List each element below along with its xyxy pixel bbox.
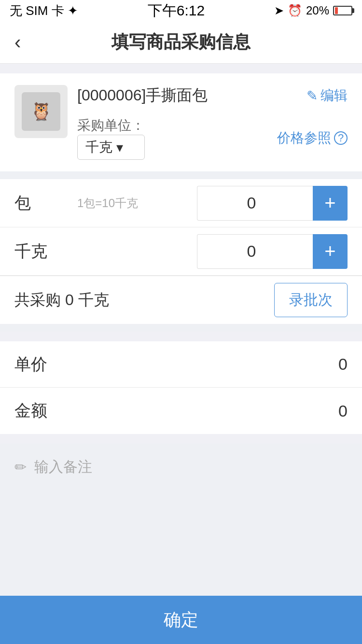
price-section: 单价 0 金额 0 xyxy=(0,341,362,434)
bag-label: 包 xyxy=(14,192,72,214)
unit-label: 采购单位： xyxy=(77,118,145,133)
nav-bar: ‹ 填写商品采购信息 xyxy=(0,21,362,64)
product-name-row: [0000006]手撕面包 ✎ 编辑 xyxy=(77,85,348,106)
unit-value: 千克 xyxy=(85,138,112,156)
summary-text: 共采购 0 千克 xyxy=(14,290,109,311)
amount-row: 金额 0 xyxy=(0,388,362,434)
batch-button[interactable]: 录批次 xyxy=(274,283,348,317)
pencil-icon: ✏ xyxy=(14,459,27,476)
amount-value: 0 xyxy=(338,402,348,420)
owl-logo: 🦉 xyxy=(24,95,58,128)
bag-input-group: + xyxy=(197,186,348,221)
remark-placeholder: 输入备注 xyxy=(34,457,92,477)
product-info: [0000006]手撕面包 ✎ 编辑 采购单位： 千克 ▾ 价格参照 ? xyxy=(77,85,348,160)
product-thumbnail: 🦉 xyxy=(22,92,60,131)
kg-plus-button[interactable]: + xyxy=(313,234,348,269)
edit-icon: ✎ xyxy=(306,88,318,104)
quantity-section: 包 1包=10千克 + 千克 + 共采购 0 千克 录批次 xyxy=(0,179,362,324)
location-icon: ➤ xyxy=(274,4,284,17)
unit-label-group: 采购单位： 千克 ▾ xyxy=(77,116,145,160)
kg-label: 千克 xyxy=(14,240,72,263)
status-bar: 无 SIM 卡 ✦ 下午6:12 ➤ ⏰ 20% xyxy=(0,0,362,21)
confirm-button[interactable]: 确定 xyxy=(0,596,362,644)
product-name: [0000006]手撕面包 xyxy=(77,85,208,106)
status-left: 无 SIM 卡 ✦ xyxy=(10,2,78,19)
summary-row: 共采购 0 千克 录批次 xyxy=(0,276,362,324)
sim-status: 无 SIM 卡 ✦ xyxy=(10,2,78,19)
price-ref-help-icon: ? xyxy=(334,131,348,145)
back-button[interactable]: ‹ xyxy=(14,31,21,53)
kg-quantity-input[interactable] xyxy=(197,234,313,269)
bag-plus-button[interactable]: + xyxy=(313,186,348,221)
status-time: 下午6:12 xyxy=(148,1,205,21)
edit-label: 编辑 xyxy=(320,86,348,105)
bag-input-row: 包 1包=10千克 + xyxy=(0,179,362,227)
unit-price-row: 单价 0 xyxy=(0,341,362,388)
unit-price-value: 0 xyxy=(338,355,348,374)
unit-select[interactable]: 千克 ▾ xyxy=(77,135,145,160)
remark-section[interactable]: ✏ 输入备注 xyxy=(0,444,362,490)
amount-label: 金额 xyxy=(14,400,47,422)
battery-icon xyxy=(333,6,352,15)
bag-quantity-input[interactable] xyxy=(197,186,313,221)
alarm-icon: ⏰ xyxy=(288,4,302,17)
product-card: 🦉 [0000006]手撕面包 ✎ 编辑 采购单位： 千克 ▾ 价格参照 ? xyxy=(0,73,362,171)
section-divider-1 xyxy=(0,171,362,179)
page-title: 填写商品采购信息 xyxy=(111,30,251,54)
unit-price-label: 单价 xyxy=(14,353,47,376)
unit-row: 采购单位： 千克 ▾ 价格参照 ? xyxy=(77,116,348,160)
dropdown-icon: ▾ xyxy=(116,140,123,155)
section-divider-2 xyxy=(0,324,362,332)
price-ref-button[interactable]: 价格参照 ? xyxy=(277,129,348,147)
product-image: 🦉 xyxy=(14,85,68,138)
edit-button[interactable]: ✎ 编辑 xyxy=(306,86,348,105)
kg-input-group: + xyxy=(197,234,348,269)
battery-percent: 20% xyxy=(306,4,329,17)
bag-sublabel: 1包=10千克 xyxy=(77,196,138,211)
kg-input-row: 千克 + xyxy=(0,227,362,276)
status-right: ➤ ⏰ 20% xyxy=(274,4,352,17)
price-ref-label: 价格参照 xyxy=(277,129,331,147)
